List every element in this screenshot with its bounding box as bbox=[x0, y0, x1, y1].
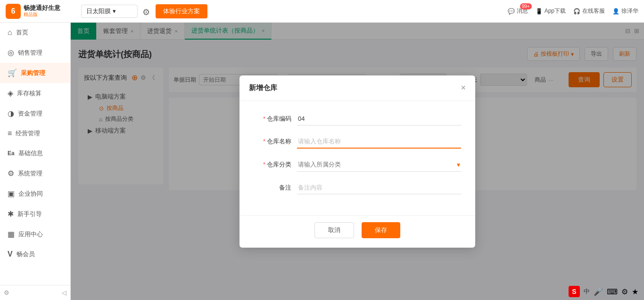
online-service-button[interactable]: 🎧 在线客服 bbox=[573, 7, 605, 15]
zh-icon[interactable]: 中 bbox=[584, 287, 590, 296]
sidebar-label-member: 畅会员 bbox=[17, 250, 35, 258]
sidebar-item-member[interactable]: V 畅会员 bbox=[0, 244, 70, 264]
sales-icon: ◎ bbox=[8, 48, 14, 57]
sidebar-label-purchase: 采购管理 bbox=[21, 69, 45, 77]
category-dropdown-icon: ▾ bbox=[457, 161, 460, 168]
sidebar-speaker-icon[interactable]: ◁ bbox=[62, 289, 66, 296]
name-label: 仓库名称 bbox=[254, 137, 291, 146]
mic-icon[interactable]: 🎤 bbox=[594, 287, 603, 296]
message-button[interactable]: 💬 消息 99+ bbox=[508, 7, 528, 15]
modal-footer: 取消 保存 bbox=[239, 215, 475, 248]
warehouse-name-input[interactable] bbox=[297, 135, 461, 149]
bottom-right-bar: S 中 🎤 ⌨ ⚙ ★ bbox=[563, 283, 644, 300]
code-label: 仓库编码 bbox=[254, 115, 291, 123]
star-icon[interactable]: ★ bbox=[632, 287, 638, 296]
guide-icon: ✱ bbox=[8, 209, 14, 218]
finance-icon: ◑ bbox=[8, 109, 14, 118]
warehouse-code-input[interactable] bbox=[297, 112, 461, 125]
sidebar-label-inventory: 库存核算 bbox=[17, 89, 41, 98]
sidebar-item-enterprise[interactable]: ▣ 企业协同 bbox=[0, 183, 70, 204]
sidebar-item-inventory[interactable]: ◈ 库存核算 bbox=[0, 83, 70, 103]
store-selector[interactable]: 日太阳膜 ▾ bbox=[81, 5, 138, 18]
try-industry-button[interactable]: 体验行业方案 bbox=[156, 4, 207, 18]
sidebar-label-finance: 资金管理 bbox=[18, 109, 42, 118]
sidebar-item-system[interactable]: ⚙ 系统管理 bbox=[0, 163, 70, 183]
cancel-button[interactable]: 取消 bbox=[314, 222, 354, 238]
sidebar: ⌂ 首页 ◎ 销售管理 🛒 采购管理 ◈ 库存核算 ◑ 资金管理 ≡ 经营管理 bbox=[0, 23, 71, 300]
s-brand-icon: S bbox=[569, 286, 580, 297]
user-avatar[interactable]: 👤 徐泽华 bbox=[612, 7, 638, 15]
sidebar-label-enterprise: 企业协同 bbox=[18, 190, 43, 198]
home-icon: ⌂ bbox=[8, 28, 12, 37]
sidebar-label-basic-info: 基础信息 bbox=[18, 149, 43, 158]
username-label: 徐泽华 bbox=[621, 7, 638, 15]
modal-header: 新增仓库 × bbox=[239, 75, 475, 101]
sidebar-label-system: 系统管理 bbox=[18, 169, 42, 178]
logo-icon: 6 bbox=[6, 4, 21, 19]
sidebar-item-finance[interactable]: ◑ 资金管理 bbox=[0, 103, 70, 124]
sidebar-item-basic-info[interactable]: Ea 基础信息 bbox=[0, 143, 70, 163]
operations-icon: ≡ bbox=[8, 129, 12, 138]
content-area: 首页 账套管理 × 进货退货 × 进货单统计表（按商品） × ⊟ ⊞ bbox=[71, 23, 644, 300]
note-input[interactable] bbox=[297, 181, 461, 194]
member-icon: V bbox=[8, 250, 13, 258]
enterprise-icon: ▣ bbox=[8, 189, 15, 198]
sidebar-item-purchase[interactable]: 🛒 采购管理 bbox=[0, 63, 70, 83]
modal-close-button[interactable]: × bbox=[461, 83, 466, 93]
sidebar-settings-icon[interactable]: ⚙ bbox=[4, 289, 9, 296]
sidebar-label-home: 首页 bbox=[16, 28, 28, 37]
sidebar-bottom: ⚙ ◁ bbox=[0, 285, 70, 300]
header: 6 畅捷通好生意 精品版 日太阳膜 ▾ ⚙ 体验行业方案 💬 消息 99+ 📱 … bbox=[0, 0, 644, 23]
sidebar-item-operations[interactable]: ≡ 经营管理 bbox=[0, 124, 70, 143]
inventory-icon: ◈ bbox=[8, 89, 13, 98]
sidebar-label-operations: 经营管理 bbox=[16, 129, 40, 138]
add-warehouse-modal: 新增仓库 × 仓库编码 仓库名称 bbox=[239, 75, 475, 248]
form-row-note: 备注 bbox=[254, 181, 461, 194]
logo-subtitle: 精品版 bbox=[24, 11, 60, 18]
purchase-icon: 🛒 bbox=[8, 68, 17, 77]
sidebar-item-sales[interactable]: ◎ 销售管理 bbox=[0, 42, 70, 63]
sidebar-label-app-center: 应用中心 bbox=[18, 230, 43, 239]
sidebar-item-guide[interactable]: ✱ 新手引导 bbox=[0, 204, 70, 224]
keyboard-icon[interactable]: ⌨ bbox=[607, 287, 618, 296]
system-icon: ⚙ bbox=[8, 169, 14, 178]
save-button[interactable]: 保存 bbox=[362, 222, 400, 238]
modal-body: 仓库编码 仓库名称 仓库分类 ▾ bbox=[239, 101, 475, 215]
basic-info-icon: Ea bbox=[8, 150, 15, 157]
sidebar-label-sales: 销售管理 bbox=[18, 49, 42, 57]
form-row-name: 仓库名称 bbox=[254, 135, 461, 149]
logo-title: 畅捷通好生意 bbox=[24, 4, 60, 12]
sidebar-item-home[interactable]: ⌂ 首页 bbox=[0, 23, 70, 42]
settings-icon[interactable]: ⚙ bbox=[142, 7, 151, 16]
note-label: 备注 bbox=[254, 183, 291, 192]
category-label: 仓库分类 bbox=[254, 160, 291, 169]
logo-area: 6 畅捷通好生意 精品版 bbox=[6, 4, 76, 19]
form-row-category: 仓库分类 ▾ bbox=[254, 158, 461, 172]
sidebar-item-app-center[interactable]: ▦ 应用中心 bbox=[0, 224, 70, 244]
sidebar-label-guide: 新手引导 bbox=[17, 210, 42, 218]
settings-bottom-icon[interactable]: ⚙ bbox=[621, 287, 628, 296]
app-download-button[interactable]: 📱 App下载 bbox=[536, 7, 566, 15]
app-center-icon: ▦ bbox=[8, 230, 15, 239]
form-row-code: 仓库编码 bbox=[254, 112, 461, 125]
modal-overlay: 新增仓库 × 仓库编码 仓库名称 bbox=[71, 23, 644, 300]
header-actions: 💬 消息 99+ 📱 App下载 🎧 在线客服 👤 徐泽华 bbox=[508, 7, 638, 15]
main-area: ⌂ 首页 ◎ 销售管理 🛒 采购管理 ◈ 库存核算 ◑ 资金管理 ≡ 经营管理 bbox=[0, 23, 644, 300]
message-badge: 99+ bbox=[520, 3, 532, 9]
category-input[interactable] bbox=[298, 161, 457, 168]
modal-title: 新增仓库 bbox=[249, 83, 277, 92]
category-select[interactable]: ▾ bbox=[297, 158, 461, 172]
